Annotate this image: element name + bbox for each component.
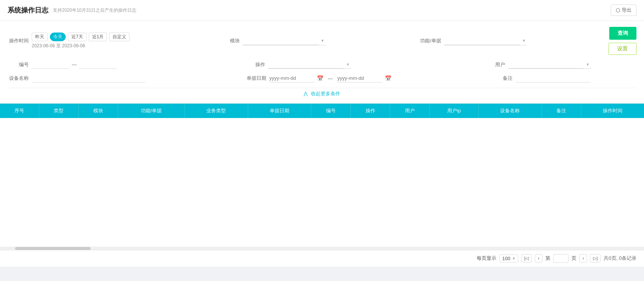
col-number: 编号 [311,104,351,118]
module-label: 模块 [219,37,240,44]
next-page-icon: › [582,256,584,261]
col-user: 用户 [390,104,429,118]
page-title: 系统操作日志 [8,6,48,15]
module-input[interactable] [243,37,318,45]
page-label: 第 [545,255,550,262]
action-buttons: 查询 设置 [608,27,636,55]
collapse-bar[interactable]: ⋀ 收起更多条件 [8,88,636,99]
operation-label: 操作 [244,61,265,68]
number-filter-item: 编号 — [8,61,117,69]
function-input[interactable] [444,37,520,45]
function-filter-item: 功能/单据 ▼ [415,37,527,45]
collapse-label: 收起更多条件 [311,91,340,96]
number-range: — [32,61,117,69]
time-filter-group: 昨天 今天 近7天 近1月 自定义 2023-06-06 至 2023-06-0… [32,33,130,49]
operation-select-wrapper[interactable]: ▼ [268,60,351,69]
function-select-wrapper[interactable]: ▼ [444,37,527,45]
first-page-icon: |◁ [524,256,529,261]
col-seq: 序号 [0,104,39,118]
setting-button[interactable]: 设置 [608,43,636,55]
date-range: 📅 — 📅 [269,74,391,82]
scroll-thumb[interactable] [15,247,91,250]
time-btn-custom[interactable]: 自定义 [109,33,130,41]
filter-row-1: 操作时间 昨天 今天 近7天 近1月 自定义 2023-06-06 至 2023… [8,27,636,55]
time-btn-7days[interactable]: 近7天 [68,33,86,41]
export-button[interactable]: ⬡ 导出 [611,5,636,16]
user-filter-item: 用户 ▼ [479,60,591,69]
page-number-input[interactable]: 1 [553,254,568,263]
voucher-date-filter-item: 单据日期 📅 — 📅 [240,74,391,82]
per-page-arrow: ▼ [512,256,516,261]
first-page-button[interactable]: |◁ [521,254,532,262]
scroll-track[interactable] [0,247,644,250]
number-label: 编号 [8,61,29,68]
remark-input[interactable] [516,74,591,82]
operation-input[interactable] [268,60,344,68]
date-dash: — [328,76,333,81]
time-btn-yesterday[interactable]: 昨天 [32,33,48,41]
device-filter-item: 设备名称 [8,74,145,82]
export-label: 导出 [622,7,632,14]
per-page-label: 每页显示 [477,255,496,262]
col-operation: 操作 [351,104,390,118]
filter-row-3: 设备名称 单据日期 📅 — 📅 备注 [8,74,636,82]
per-page-value: 100 [502,256,510,261]
time-label: 操作时间 [8,37,29,44]
last-page-icon: ▷| [593,256,598,261]
page-header: 系统操作日志 支持2020年10月31日之后产生的操作日志 ⬡ 导出 [0,0,644,21]
date-to-input[interactable] [337,74,383,82]
col-user-ip: 用户ip [429,104,478,118]
next-page-button[interactable]: › [579,254,587,262]
page-footer: 每页显示 100 ▼ |◁ ‹ 第 1 页 › ▷| 共0页, 0条记录 [0,250,644,267]
device-label: 设备名称 [8,75,29,82]
user-input[interactable] [508,60,584,68]
user-label: 用户 [479,61,505,68]
voucher-date-label: 单据日期 [240,75,266,82]
table-header: 序号 类型 模块 功能/单据 业务类型 单据日期 编号 操作 用户 用户ip 设… [0,104,644,118]
title-area: 系统操作日志 支持2020年10月31日之后产生的操作日志 [8,6,136,15]
remark-label: 备注 [486,75,513,82]
col-device: 设备名称 [478,104,542,118]
number-from-input[interactable] [32,61,69,69]
page-subtitle: 支持2020年10月31日之后产生的操作日志 [53,7,136,14]
date-to-calendar-icon[interactable]: 📅 [385,75,391,81]
query-button[interactable]: 查询 [609,27,636,40]
user-dropdown-icon: ▼ [586,62,590,67]
col-type: 类型 [39,104,78,118]
function-label: 功能/单据 [415,37,441,44]
col-voucher-date: 单据日期 [248,104,311,118]
prev-page-icon: ‹ [538,256,539,261]
module-select-wrapper[interactable]: ▼ [243,37,326,45]
export-icon: ⬡ [616,7,620,13]
col-remark: 备注 [542,104,581,118]
module-dropdown-icon: ▼ [321,39,324,43]
collapse-icon: ⋀ [304,91,308,96]
main-content: 序号 类型 模块 功能/单据 业务类型 单据日期 编号 操作 用户 用户ip 设… [0,104,644,247]
remark-filter-item: 备注 [486,74,591,82]
col-op-time: 操作时间 [581,104,644,118]
table-area: 序号 类型 模块 功能/单据 业务类型 单据日期 编号 操作 用户 用户ip 设… [0,104,644,247]
date-from-input[interactable] [269,74,315,82]
module-filter-item: 模块 ▼ [219,37,326,45]
page-unit: 页 [571,255,576,262]
time-range-display: 2023-06-06 至 2023-06-06 [32,43,130,49]
col-biz-type: 业务类型 [185,104,248,118]
col-function: 功能/单据 [118,104,184,118]
table-body [0,118,644,247]
col-module: 模块 [79,104,118,118]
operation-dropdown-icon: ▼ [346,62,350,67]
time-filter-item: 操作时间 昨天 今天 近7天 近1月 自定义 2023-06-06 至 2023… [8,33,130,49]
last-page-button[interactable]: ▷| [590,254,601,262]
prev-page-button[interactable]: ‹ [535,254,542,262]
empty-row [0,118,644,247]
device-input[interactable] [32,74,145,82]
date-from-calendar-icon[interactable]: 📅 [317,75,323,81]
number-dash: — [72,62,77,67]
data-table: 序号 类型 模块 功能/单据 业务类型 单据日期 编号 操作 用户 用户ip 设… [0,104,644,247]
time-btn-today[interactable]: 今天 [50,33,66,41]
number-to-input[interactable] [79,61,117,69]
filter-row-2: 编号 — 操作 ▼ 用户 ▼ [8,60,636,69]
time-btn-1month[interactable]: 近1月 [89,33,107,41]
user-select-wrapper[interactable]: ▼ [508,60,591,69]
per-page-selector[interactable]: 100 ▼ [499,255,518,262]
